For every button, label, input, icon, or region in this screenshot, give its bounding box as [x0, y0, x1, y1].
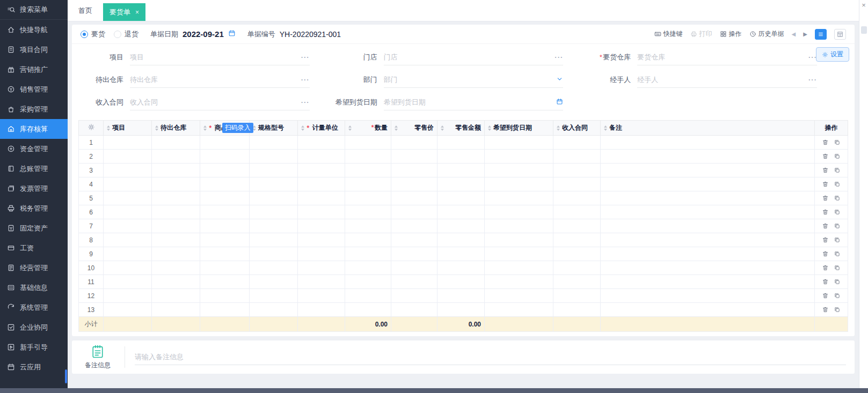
- cell[interactable]: [601, 191, 815, 205]
- cell[interactable]: [298, 303, 345, 317]
- cell[interactable]: [152, 164, 200, 177]
- cell[interactable]: [345, 289, 391, 303]
- cell[interactable]: [104, 136, 152, 150]
- cell[interactable]: [601, 233, 815, 247]
- cell[interactable]: [250, 205, 298, 219]
- cell[interactable]: [391, 275, 437, 289]
- more-options-icon[interactable]: ···: [301, 98, 310, 106]
- sort-icon[interactable]: [107, 125, 110, 131]
- cell[interactable]: [485, 205, 553, 219]
- sort-icon[interactable]: [395, 125, 398, 131]
- cell[interactable]: [485, 219, 553, 233]
- shortcut-button[interactable]: 快捷键: [654, 29, 683, 39]
- radio-return[interactable]: 退货: [114, 29, 138, 39]
- cell[interactable]: [601, 136, 815, 150]
- copy-row-icon[interactable]: [834, 195, 841, 202]
- sidebar-item-marketing[interactable]: 营销推广: [0, 60, 68, 79]
- cell[interactable]: [152, 150, 200, 164]
- cell[interactable]: [104, 233, 152, 247]
- cell[interactable]: [200, 191, 250, 205]
- cell[interactable]: [601, 275, 815, 289]
- delete-row-icon[interactable]: [822, 278, 829, 285]
- table-row[interactable]: 8: [79, 233, 848, 247]
- radio-request[interactable]: 要货: [81, 29, 105, 39]
- table-row[interactable]: 7: [79, 219, 848, 233]
- cell[interactable]: [250, 219, 298, 233]
- delete-row-icon[interactable]: [822, 306, 829, 313]
- request-warehouse-input[interactable]: 要货仓库 ···: [637, 49, 817, 65]
- cell[interactable]: [345, 303, 391, 317]
- table-row[interactable]: 2: [79, 150, 848, 164]
- cell[interactable]: [200, 150, 250, 164]
- cell[interactable]: [298, 177, 345, 191]
- cell[interactable]: [437, 261, 485, 275]
- cell[interactable]: [391, 247, 437, 261]
- cell[interactable]: [437, 136, 485, 150]
- cell[interactable]: [298, 233, 345, 247]
- cell[interactable]: [553, 289, 601, 303]
- sidebar-item-fund-mgmt[interactable]: 资金管理: [0, 139, 68, 159]
- cell[interactable]: [601, 261, 815, 275]
- table-row[interactable]: 9: [79, 247, 848, 261]
- cell[interactable]: [152, 205, 200, 219]
- sidebar-item-sales-mgmt[interactable]: 销售管理: [0, 79, 68, 99]
- tab-close-icon[interactable]: ×: [135, 9, 139, 16]
- copy-row-icon[interactable]: [834, 167, 841, 174]
- cell[interactable]: [553, 205, 601, 219]
- cell[interactable]: [391, 289, 437, 303]
- sort-icon[interactable]: [253, 125, 256, 131]
- cell[interactable]: [152, 261, 200, 275]
- delete-row-icon[interactable]: [822, 250, 829, 257]
- cell[interactable]: [298, 219, 345, 233]
- sidebar-item-tax-mgmt[interactable]: 税务管理: [0, 198, 68, 218]
- cell[interactable]: [553, 191, 601, 205]
- sidebar-item-cloud-apps[interactable]: 云应用: [0, 357, 68, 377]
- chevron-down-icon[interactable]: [556, 75, 563, 85]
- cell[interactable]: [104, 164, 152, 177]
- cell[interactable]: [345, 233, 391, 247]
- sidebar-item-search-menu[interactable]: 搜索菜单: [0, 0, 68, 20]
- cell[interactable]: [345, 164, 391, 177]
- cell[interactable]: [345, 150, 391, 164]
- cell[interactable]: [345, 177, 391, 191]
- cell[interactable]: [104, 219, 152, 233]
- cell[interactable]: [200, 247, 250, 261]
- cell[interactable]: [152, 219, 200, 233]
- cell[interactable]: [298, 150, 345, 164]
- sidebar-scrollbar[interactable]: [65, 369, 67, 383]
- document-date[interactable]: 2022-09-21: [183, 29, 224, 39]
- sidebar-item-operations-mgmt[interactable]: 经营管理: [0, 258, 68, 278]
- cell[interactable]: [200, 303, 250, 317]
- cell[interactable]: [200, 164, 250, 177]
- cell[interactable]: [152, 303, 200, 317]
- copy-row-icon[interactable]: [834, 264, 841, 271]
- cell[interactable]: [152, 233, 200, 247]
- copy-row-icon[interactable]: [834, 250, 841, 257]
- cell[interactable]: [104, 289, 152, 303]
- cell[interactable]: [437, 289, 485, 303]
- sidebar-item-project-contract[interactable]: 项目合同: [0, 40, 68, 60]
- close-icon[interactable]: ×: [862, 2, 866, 9]
- list-view-button[interactable]: [815, 29, 827, 40]
- delete-row-icon[interactable]: [822, 181, 829, 188]
- tab-home[interactable]: 首页: [68, 0, 103, 21]
- panel-toggle[interactable]: [861, 26, 867, 34]
- copy-row-icon[interactable]: [834, 236, 841, 243]
- cell[interactable]: [485, 177, 553, 191]
- cell[interactable]: [485, 247, 553, 261]
- cell[interactable]: [250, 150, 298, 164]
- cell[interactable]: [200, 275, 250, 289]
- cell[interactable]: [152, 191, 200, 205]
- cell[interactable]: [298, 247, 345, 261]
- cell[interactable]: [437, 219, 485, 233]
- cell[interactable]: [298, 136, 345, 150]
- cell[interactable]: [437, 164, 485, 177]
- delete-row-icon[interactable]: [822, 223, 829, 229]
- cell[interactable]: [200, 177, 250, 191]
- expected-date-input[interactable]: 希望到货日期: [384, 94, 564, 110]
- cell[interactable]: [485, 150, 553, 164]
- cell[interactable]: [553, 303, 601, 317]
- cell[interactable]: [152, 289, 200, 303]
- cell[interactable]: [485, 164, 553, 177]
- sidebar-item-quick-nav[interactable]: 快捷导航: [0, 20, 68, 40]
